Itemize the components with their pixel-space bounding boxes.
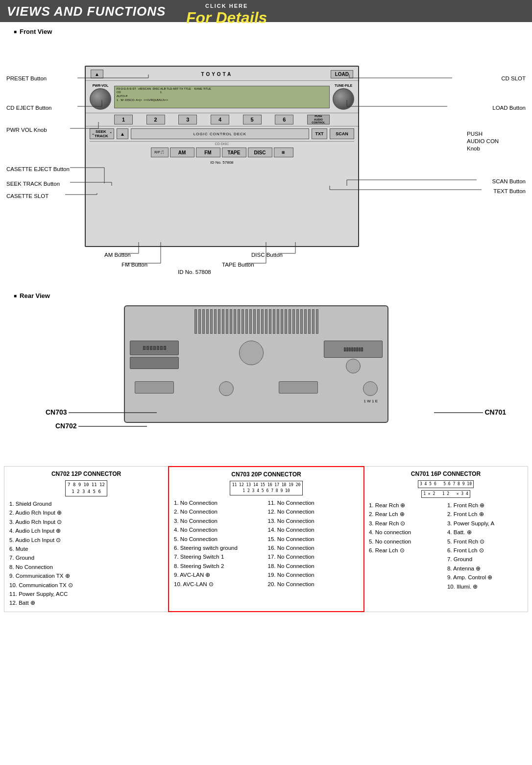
scan-btn[interactable]: SCAN xyxy=(330,128,354,139)
cn703-title: CN703 20P CONNECTOR xyxy=(174,471,359,478)
cn703-pin-18: 18. No Connection xyxy=(268,562,359,570)
seek-track-btn[interactable]: ⌄ SEEKTRACK ⌃ xyxy=(90,128,114,139)
vent xyxy=(222,309,224,334)
vent xyxy=(281,309,283,334)
click-here-label: CLICK HERE xyxy=(186,3,267,9)
audio-control-btn[interactable]: PUSHAUDIO CONTROL xyxy=(307,115,330,124)
for-details-label: For Details xyxy=(186,9,267,27)
cn703-pin-7: 7. Steering Switch 1 xyxy=(174,552,265,561)
seek-track-button-label: SEEK TRACK Button xyxy=(6,181,60,187)
preset-button-label: PRESET Button xyxy=(6,75,47,81)
cn701-rpin-6: 6. Front Lch ⊙ xyxy=(447,546,523,555)
page-title: VIEWS AND FUNCTIONS xyxy=(7,4,166,19)
disc-button-label: DISC Button xyxy=(251,252,283,258)
vent xyxy=(206,309,209,334)
cn702-pin-1: 1. Shield Ground xyxy=(9,499,163,508)
cn703-pin-13: 13. No Connection xyxy=(268,517,359,525)
cn703-pin-diagram: 11 12 13 14 15 16 17 18 19 20 1 2 3 4 5 … xyxy=(174,481,359,495)
cn702-pin-3: 3. Audio Rch Input ⊙ xyxy=(9,518,163,526)
click-here-banner[interactable]: CLICK HERE For Details xyxy=(186,3,267,27)
vent xyxy=(316,309,318,334)
cn703-pin-lists: 1. No Connection 2. No Connection 3. No … xyxy=(174,498,359,589)
cn701-pin-3: 3. Rear Rch ⊙ xyxy=(369,519,444,528)
text-btn[interactable]: TXT xyxy=(312,128,327,139)
id-number: ID No. 57808 xyxy=(86,159,358,166)
load-btn[interactable]: LOAD xyxy=(331,70,353,78)
load-button-label: LOAD Button xyxy=(492,105,526,111)
vent xyxy=(230,309,232,334)
disc-btn[interactable]: DISC xyxy=(248,148,272,157)
vent xyxy=(265,309,267,334)
cn701-rpin-3: 3. Power Supply, A xyxy=(447,519,523,528)
vent xyxy=(249,309,252,334)
preset-btn-6[interactable]: 6 xyxy=(275,115,293,124)
am-btn[interactable]: AM xyxy=(170,148,194,157)
cn701-pin-5: 5. No connection xyxy=(369,537,444,546)
vent xyxy=(269,309,271,334)
cn702-pin-7: 7. Ground xyxy=(9,553,163,562)
cn702-pin-8: 8. No Connection xyxy=(9,563,163,571)
tape-btn[interactable]: TAPE xyxy=(222,148,246,157)
cd-eject-btn[interactable]: ▲ xyxy=(91,70,103,78)
cn703-line-label: CN703 xyxy=(46,408,157,416)
vent xyxy=(242,309,244,334)
cn703-pin-list-right: 11. No Connection 12. No Connection 13. … xyxy=(268,498,359,589)
vent xyxy=(300,309,303,334)
vent xyxy=(296,309,299,334)
cn701-rpin-5: 5. Front Rch ⊙ xyxy=(447,537,523,546)
fm-btn[interactable]: FM xyxy=(196,148,220,157)
tune-file-knob[interactable] xyxy=(333,88,354,110)
cn702-pin-11: 11. Power Supply, ACC xyxy=(9,590,163,598)
vent xyxy=(292,309,295,334)
rp-icon[interactable]: R/P🎵 xyxy=(151,148,169,157)
fm-button-label: FM Button xyxy=(121,262,147,268)
cn701-pin-2: 2. Rear Lch ⊕ xyxy=(369,510,444,518)
preset-btn-3[interactable]: 3 xyxy=(178,115,197,124)
radio-rear-unit: 1 W 1 E xyxy=(124,305,388,423)
cn701-pin-lists: 1. Rear Rch ⊕ 2. Rear Lch ⊕ 3. Rear Rch … xyxy=(369,501,523,591)
cn702-pin-6: 6. Mute xyxy=(9,544,163,553)
preset-btn-2[interactable]: 2 xyxy=(146,115,165,124)
cn701-rpin-7: 7. Ground xyxy=(447,555,523,564)
cn701-pin-6: 6. Rear Lch ⊙ xyxy=(369,546,444,555)
preset-btn-5[interactable]: 5 xyxy=(243,115,262,124)
cn702-pin-9: 9. Communication TX ⊕ xyxy=(9,571,163,580)
am-button-label: AM Button xyxy=(104,252,131,258)
eject-sm-btn[interactable]: ▲ xyxy=(117,128,128,139)
pwr-vol-inner-label: PWR·VOL xyxy=(90,84,111,87)
extra-btn[interactable]: ▦ xyxy=(274,148,293,157)
cn701-pin-diagram: 3 4 5 6 5 6 7 8 9 10 1 ✕ 2 1 2 ✕ 3 4 xyxy=(369,480,523,498)
vent xyxy=(214,309,217,334)
preset-btn-4[interactable]: 4 xyxy=(211,115,229,124)
header: VIEWS AND FUNCTIONS CLICK HERE For Detai… xyxy=(0,0,532,22)
cn701-pin-list-right: 1. Front Rch ⊕ 2. Front Lch ⊕ 3. Power S… xyxy=(447,501,523,591)
vent xyxy=(304,309,307,334)
pwr-vol-knob[interactable] xyxy=(90,88,111,110)
rear-view-label: Rear View xyxy=(7,289,525,300)
vent xyxy=(289,309,291,334)
preset-btn-1[interactable]: 1 xyxy=(114,115,133,124)
display-text: F0-3-G-5-S-ST +60SCAN DISC ALB TLD ART T… xyxy=(117,87,327,102)
rear-id: 1 W 1 E xyxy=(125,398,387,404)
cn702-pin-2: 2. Audio Rch Input ⊕ xyxy=(9,508,163,517)
cn702-line-label: CN702 xyxy=(55,422,147,430)
cn701-pin-4: 4. No connection xyxy=(369,528,444,537)
cn702-table: CN702 12P CONNECTOR 7 8 9 10 11 12 1 2 3… xyxy=(4,467,169,612)
cn703-pin-5: 5. No Connection xyxy=(174,535,265,543)
cd-slot-label: CD SLOT xyxy=(501,75,526,81)
vent xyxy=(308,309,311,334)
scan-button-label: SCAN Button xyxy=(492,178,526,184)
cn703-pin-3: 3. No Connection xyxy=(174,517,265,525)
vent xyxy=(285,309,287,334)
vent xyxy=(261,309,264,334)
rear-circle-4 xyxy=(363,381,378,396)
casette-slot-label: CASETTE SLOT xyxy=(6,193,48,199)
cn703-pin-list-left: 1. No Connection 2. No Connection 3. No … xyxy=(174,498,265,589)
tape-button-label: TAPE Button xyxy=(222,262,254,268)
id-no-label: ID No. 57808 xyxy=(178,269,211,275)
rear-circle-2 xyxy=(346,359,361,373)
toyota-brand: TOYOTA xyxy=(107,72,327,77)
cn703-pin-14: 14. No Connection xyxy=(268,525,359,534)
cn701-pin-list-left: 1. Rear Rch ⊕ 2. Rear Lch ⊕ 3. Rear Rch … xyxy=(369,501,444,591)
cn702-pin-10: 10. Communication TX ⊙ xyxy=(9,581,163,590)
